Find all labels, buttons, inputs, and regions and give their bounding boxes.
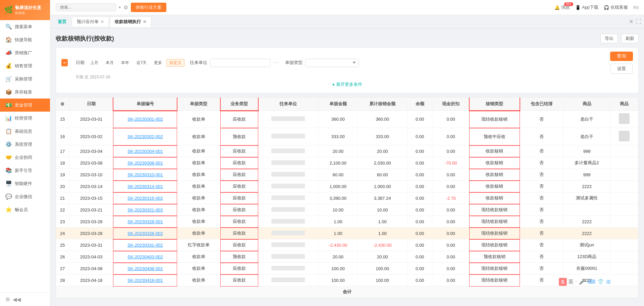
table-row[interactable]: 27 2023-04-08 SK-20230408-001 收款单 应收款 10… — [56, 263, 638, 274]
filter-expand-more[interactable]: ▾ 展开更多条件 — [61, 81, 633, 87]
doc-no-link[interactable]: SK-20230328-001 — [127, 219, 163, 224]
sidebar-item-system[interactable]: ⚙️ 系统管理 — [0, 138, 50, 151]
cell-doc-no[interactable]: SK-20230304-001 — [113, 145, 177, 157]
sidebar-item-sales[interactable]: 💰 销售管理 — [0, 59, 50, 72]
sidebar-item-basic[interactable]: 📋 基础信息 — [0, 125, 50, 138]
sidebar-item-purchase[interactable]: 🛒 采购管理 — [0, 72, 50, 85]
export-button[interactable]: 导出 — [600, 34, 618, 43]
th-product2[interactable]: 商品 — [610, 98, 638, 111]
topbar-settings-icon[interactable]: ⚙ — [123, 4, 128, 11]
doc-no-link[interactable]: SK-20230310-001 — [127, 172, 163, 177]
doc-no-link[interactable]: SK-20230304-001 — [127, 149, 163, 154]
sidebar-collapse-btn[interactable]: ◀◀ — [13, 296, 21, 303]
table-row[interactable]: 15 2023-03-01 SK-20230301-002 收款单 应收款 36… — [56, 111, 638, 128]
date-btn-this-year[interactable]: 本年 — [118, 59, 132, 67]
th-date[interactable]: 日期 — [69, 98, 113, 111]
sidebar-item-inventory[interactable]: 📦 库存核算 — [0, 85, 50, 99]
date-btn-7days[interactable]: 近7天 — [133, 59, 150, 67]
doc-no-link[interactable]: SK-20230315-002 — [127, 196, 163, 201]
topbar-messages[interactable]: 🔔 消息 99+ — [554, 4, 570, 10]
sidebar-settings-btn[interactable]: ⚙ — [5, 296, 10, 303]
th-partner[interactable]: 往来单位 — [258, 98, 319, 111]
tab-close-collection[interactable]: ✕ — [143, 19, 146, 24]
table-row[interactable]: 22 2023-03-21 SK-20230321-003 收款单 应收款 10… — [56, 204, 638, 216]
topbar-online-service[interactable]: 🎧 在线客服 — [604, 4, 628, 10]
th-product1[interactable]: 商品 — [563, 98, 610, 111]
doc-no-link[interactable]: SK-20230321-003 — [127, 207, 163, 212]
th-doc-no[interactable]: 单据编号 — [113, 98, 177, 111]
doc-no-link[interactable]: SK-20230301-002 — [127, 117, 163, 122]
th-cum-amount[interactable]: 累计核销金额 — [358, 98, 408, 111]
sidebar-item-quick-nav[interactable]: 🏠 快捷导航 — [0, 33, 50, 46]
settings-col-icon[interactable]: ⚙ — [60, 102, 64, 107]
th-settings[interactable]: ⚙ — [56, 98, 69, 111]
doc-no-link[interactable]: SK-20230418-001 — [127, 278, 163, 283]
sidebar-item-guide[interactable]: 📚 新手引导 — [0, 164, 50, 177]
doc-no-link[interactable]: SK-20230314-001 — [127, 184, 163, 189]
topbar-user[interactable]: Rit — [633, 5, 639, 10]
topbar-search-input[interactable] — [56, 3, 116, 11]
cell-doc-no[interactable]: SK-20230308-001 — [113, 157, 177, 169]
table-row[interactable]: 24 2023-03-28 SK-20230328-002 收款单 应收款 1.… — [56, 228, 638, 239]
doc-no-link[interactable]: SK-20230328-002 — [127, 231, 163, 236]
table-row[interactable]: 16 2023-03-02 SK-20230302-002 收款单 预收款 33… — [56, 128, 638, 145]
doc-no-link[interactable]: SK-20230403-002 — [127, 254, 163, 259]
cell-doc-no[interactable]: SK-20230328-002 — [113, 228, 177, 239]
settings-button[interactable]: 设置 — [610, 64, 633, 74]
topbar-dropdown-arrow[interactable]: ▾ — [119, 5, 121, 10]
cell-doc-no[interactable]: SK-20230314-001 — [113, 181, 177, 192]
sidebar-item-enterprise[interactable]: 🤝 企业协同 — [0, 151, 50, 164]
tab-home[interactable]: 首页 — [53, 17, 71, 27]
sidebar-item-capital[interactable]: 💵 资金管理 — [0, 99, 50, 112]
th-cancel-type[interactable]: 核销类型 — [470, 98, 520, 111]
cell-doc-no[interactable]: SK-20230328-001 — [113, 216, 177, 228]
topbar-solution-button[interactable]: 体验行业方案 — [131, 3, 166, 12]
cell-doc-no[interactable]: SK-20230315-002 — [113, 192, 177, 204]
doc-no-link[interactable]: SK-20230331-002 — [127, 243, 163, 248]
table-row[interactable]: 18 2023-03-08 SK-20230308-001 收款单 应收款 2,… — [56, 157, 638, 169]
tab-close-prepay[interactable]: ✕ — [101, 19, 104, 24]
table-row[interactable]: 28 2023-04-18 SK-20230418-001 收款单 应收款 10… — [56, 274, 638, 286]
table-row[interactable]: 25 2023-03-31 SK-20230331-002 红字收款单 应收款 … — [56, 239, 638, 251]
table-row[interactable]: 26 2023-04-03 SK-20230403-002 收款单 预收款 20… — [56, 251, 638, 263]
sidebar-item-marketing[interactable]: 📣 营销推广 — [0, 46, 50, 59]
sidebar-item-search[interactable]: 🔍 搜索菜单 — [0, 20, 50, 33]
doc-no-link[interactable]: SK-20230408-001 — [127, 266, 163, 271]
sidebar-item-operations[interactable]: 📊 经营管理 — [0, 112, 50, 125]
th-biz-type[interactable]: 业务类型 — [221, 98, 258, 111]
cell-doc-no[interactable]: SK-20230310-001 — [113, 169, 177, 181]
sidebar-item-hardware[interactable]: 🖥️ 智能硬件 — [0, 177, 50, 190]
refresh-button[interactable]: 刷新 — [621, 34, 639, 43]
th-balance[interactable]: 余额 — [408, 98, 432, 111]
tab-collection[interactable]: 收款核销执行 ✕ — [110, 16, 151, 27]
filter-dots[interactable]: ··· — [273, 60, 279, 66]
table-row[interactable]: 21 2023-03-15 SK-20230315-002 收款单 应收款 3,… — [56, 192, 638, 204]
cell-doc-no[interactable]: SK-20230408-001 — [113, 263, 177, 274]
sidebar-item-wechat[interactable]: 💬 企业微信 — [0, 190, 50, 203]
table-row[interactable]: 20 2023-03-14 SK-20230314-001 收款单 应收款 1,… — [56, 181, 638, 192]
doc-no-link[interactable]: SK-20230308-001 — [127, 161, 163, 166]
th-discount[interactable]: 现金折扣 — [432, 98, 469, 111]
date-btn-last-month[interactable]: 上月 — [87, 59, 101, 67]
cell-doc-no[interactable]: SK-20230331-002 — [113, 239, 177, 251]
tabbar-close-all[interactable]: ✕ — [629, 18, 633, 25]
cell-doc-no[interactable]: SK-20230418-001 — [113, 274, 177, 286]
cell-doc-no[interactable]: SK-20230302-002 — [113, 128, 177, 145]
th-amount[interactable]: 单据金额 — [319, 98, 358, 111]
table-row[interactable]: 19 2023-03-10 SK-20230310-001 收款单 应收款 60… — [56, 169, 638, 181]
cell-doc-no[interactable]: SK-20230321-003 — [113, 204, 177, 216]
table-row[interactable]: 17 2023-03-04 SK-20230304-001 收款单 应收款 20… — [56, 145, 638, 157]
filter-expand-button[interactable]: » — [61, 59, 68, 66]
cell-doc-no[interactable]: SK-20230301-002 — [113, 111, 177, 128]
date-btn-this-month[interactable]: 本月 — [103, 59, 117, 67]
tabbar-expand-icon[interactable]: ⛶ — [636, 19, 641, 25]
table-row[interactable]: 23 2023-03-28 SK-20230328-001 收款单 应收款 1.… — [56, 216, 638, 228]
topbar-app-download[interactable]: 📱 App下载 — [575, 4, 598, 10]
sidebar-item-member[interactable]: ⭐ 畅会员 — [0, 203, 50, 216]
query-button[interactable]: 查询 — [610, 52, 633, 61]
receipt-type-select[interactable] — [305, 59, 359, 67]
tab-prepay[interactable]: 预计应付单 ✕ — [72, 16, 109, 27]
date-btn-custom[interactable]: 自定义 — [166, 59, 184, 67]
partner-input[interactable] — [210, 59, 270, 67]
th-included[interactable]: 包含已结清 — [520, 98, 563, 111]
